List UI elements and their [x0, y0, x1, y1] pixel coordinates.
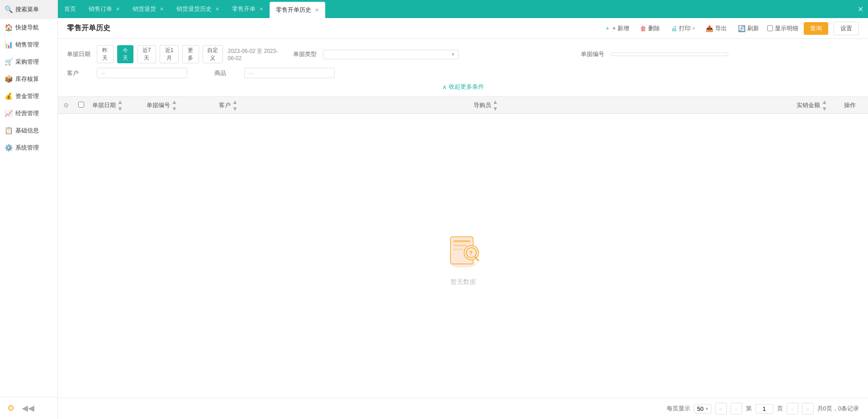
date-btn-1month[interactable]: 近1月: [160, 45, 179, 63]
tab-sales-order-label: 销售订单: [89, 5, 112, 13]
svg-rect-2: [453, 240, 470, 242]
first-page-icon: «: [719, 405, 722, 412]
tab-bar-close-icon[interactable]: ✕: [858, 5, 863, 14]
doc-num-section: 单据编号: [581, 50, 859, 58]
th-amount[interactable]: 实销金额 ▲▼: [778, 99, 832, 112]
date-btn-more[interactable]: 更多: [182, 45, 199, 63]
per-page-label: 每页显示: [667, 405, 690, 413]
sidebar-item-label: 经营管理: [15, 109, 39, 118]
table-header-checkbox[interactable]: [74, 102, 88, 109]
sidebar-item-purchase-mgmt[interactable]: 🛒 采购管理: [0, 53, 57, 71]
customer-section: 客户 ···: [67, 68, 187, 78]
next-page-button[interactable]: ›: [787, 403, 798, 414]
export-button[interactable]: 📤 导出: [703, 23, 730, 34]
tab-sales-return-history[interactable]: 销货退货历史 ✕: [170, 0, 226, 18]
tab-retail-open-history[interactable]: 零售开单历史 ✕: [270, 2, 325, 18]
goods-section: 商品 ···: [214, 68, 335, 78]
tab-retail-open-close[interactable]: ✕: [259, 7, 263, 12]
tab-retail-open[interactable]: 零售开单 ✕: [226, 0, 270, 18]
date-btn-custom[interactable]: 自定义: [203, 45, 223, 63]
doc-type-select[interactable]: ▾: [323, 50, 459, 59]
page-header: 零售开单历史 ＋ + 新增 🗑 删除 🖨 打印 ▾ 📤 导出 🔄 刷新: [58, 18, 868, 39]
th-customer-sort-icon: ▲▼: [232, 99, 238, 112]
current-page-input[interactable]: [755, 404, 773, 414]
tab-sales-return-label: 销货退货: [133, 5, 156, 13]
collapse-sidebar-icon[interactable]: ◀◀: [22, 402, 34, 414]
page-size-arrow: ▾: [706, 406, 708, 412]
print-button[interactable]: 🖨 打印 ▾: [668, 23, 697, 34]
sidebar-item-quick-nav[interactable]: 🏠 快捷导航: [0, 19, 57, 36]
show-detail-checkbox[interactable]: [767, 25, 773, 31]
th-guide-sort-icon: ▲▼: [493, 99, 498, 112]
svg-line-7: [475, 257, 479, 261]
doc-num-input[interactable]: [611, 52, 728, 56]
tab-sales-order[interactable]: 销售订单 ✕: [82, 0, 126, 18]
sidebar-item-label: 销售管理: [15, 41, 39, 49]
th-num-label: 单据编号: [147, 101, 170, 109]
tab-sales-return-history-close[interactable]: ✕: [215, 7, 219, 12]
th-customer[interactable]: 客户 ▲▼: [214, 99, 469, 112]
th-num[interactable]: 单据编号 ▲▼: [142, 99, 214, 112]
cart-icon: 🛒: [5, 58, 13, 66]
th-guide[interactable]: 导购员 ▲▼: [469, 99, 523, 112]
tab-sales-return-close[interactable]: ✕: [160, 7, 164, 12]
print-arrow-icon: ▾: [693, 26, 695, 31]
customer-ellipsis: ···: [101, 70, 106, 76]
date-btn-7days[interactable]: 近7天: [137, 45, 156, 63]
date-btn-today[interactable]: 今天: [117, 45, 134, 63]
page-size-select[interactable]: 50 ▾: [694, 404, 711, 414]
delete-button[interactable]: 🗑 删除: [637, 23, 663, 34]
goods-ellipsis: ···: [248, 70, 253, 76]
tab-retail-open-history-label: 零售开单历史: [276, 6, 311, 14]
collapse-up-icon: ∧: [442, 84, 447, 90]
svg-text:?: ?: [469, 250, 473, 256]
sidebar-item-label: 资金管理: [15, 92, 39, 100]
doc-num-label: 单据编号: [581, 50, 606, 58]
add-button[interactable]: ＋ + 新增: [602, 23, 632, 34]
sidebar-item-operations[interactable]: 📈 经营管理: [0, 105, 57, 122]
money-icon: 💰: [5, 92, 13, 100]
date-btn-yesterday[interactable]: 昨天: [97, 45, 114, 63]
sidebar-item-system[interactable]: ⚙️ 系统管理: [0, 139, 57, 156]
table-header: ⚙ 单据日期 ▲▼ 单据编号 ▲▼ 客户 ▲▼ 导购员 ▲▼ 实销金额: [58, 97, 868, 114]
sidebar-item-basics[interactable]: 📋 基础信息: [0, 122, 57, 139]
last-page-icon: »: [806, 405, 809, 412]
last-page-button[interactable]: »: [802, 403, 814, 414]
sidebar-item-finance[interactable]: 💰 资金管理: [0, 88, 57, 105]
pagination: 每页显示 50 ▾ « ‹ 第 页 › » 共0页，0条记录: [58, 398, 868, 419]
svg-rect-4: [453, 249, 463, 250]
show-detail-checkbox-label[interactable]: 显示明细: [767, 24, 798, 33]
settings-button[interactable]: 设置: [834, 22, 859, 35]
goods-label: 商品: [214, 69, 240, 77]
sidebar-search[interactable]: 🔍 搜索菜单: [0, 0, 57, 19]
table-gear-icon[interactable]: ⚙: [58, 102, 74, 109]
search-icon: 🔍: [5, 5, 13, 14]
svg-rect-3: [453, 245, 467, 246]
settings-bottom-icon[interactable]: ⚙: [5, 402, 17, 414]
sidebar-item-sales-mgmt[interactable]: 📊 销售管理: [0, 36, 57, 53]
page-size-value: 50: [697, 405, 703, 412]
date-filter-section: 单据日期 昨天 今天 近7天 近1月 更多 自定义 2023-06-02 至 2…: [67, 45, 284, 63]
customer-input[interactable]: ···: [97, 68, 187, 78]
collapse-filter-btn[interactable]: ∧ 收起更多条件: [67, 83, 859, 91]
header-actions: ＋ + 新增 🗑 删除 🖨 打印 ▾ 📤 导出 🔄 刷新: [602, 22, 859, 35]
tab-sales-order-close[interactable]: ✕: [116, 7, 120, 12]
filter-row-1: 单据日期 昨天 今天 近7天 近1月 更多 自定义 2023-06-02 至 2…: [67, 45, 859, 63]
tab-bar-right: ✕: [858, 5, 868, 14]
sidebar-item-label: 库存核算: [15, 75, 39, 83]
prev-page-button[interactable]: ‹: [730, 403, 742, 414]
select-all-checkbox[interactable]: [78, 102, 84, 108]
tab-sales-return[interactable]: 销货退货 ✕: [126, 0, 170, 18]
th-amount-label: 实销金额: [797, 101, 820, 109]
first-page-button[interactable]: «: [715, 403, 727, 414]
tab-retail-open-history-close[interactable]: ✕: [315, 8, 319, 13]
th-date[interactable]: 单据日期 ▲▼: [88, 99, 142, 112]
goods-input[interactable]: ···: [244, 68, 335, 78]
th-action-label: 操作: [844, 101, 856, 109]
query-button[interactable]: 查询: [804, 22, 828, 35]
sidebar-item-inventory[interactable]: 📦 库存核算: [0, 71, 57, 88]
refresh-button[interactable]: 🔄 刷新: [735, 23, 762, 34]
empty-state: ? 暂无数据: [58, 114, 868, 398]
tab-home[interactable]: 首页: [58, 0, 82, 18]
th-guide-label: 导购员: [474, 101, 491, 109]
